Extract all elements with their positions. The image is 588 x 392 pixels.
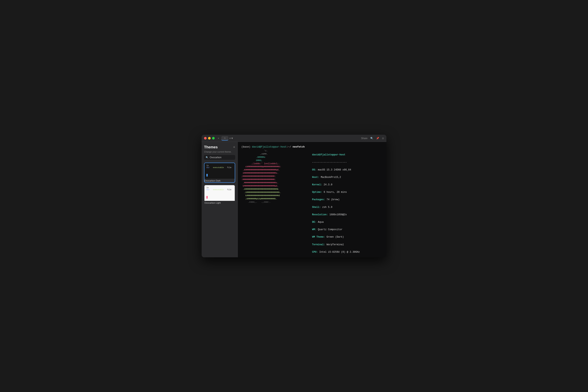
neofetch-command-line: (base) david@fjallstoppur-host:~/ neofet… <box>241 145 383 149</box>
current-tab[interactable]: ~ <box>221 136 228 140</box>
main-content: Themes + Change your current theme. 🔍 ls… <box>202 142 386 257</box>
neofetch-output: 'c. ,xNMM. .OMMMMo OMMO, .;loddo:' looll… <box>241 149 383 257</box>
preview-dir-light: dir <box>206 189 210 191</box>
minimize-button[interactable] <box>208 137 211 140</box>
theme-preview-dark: ls dir executable file <box>204 163 235 179</box>
prompt-prefix: (base) <box>241 146 252 148</box>
theme-name-dark: Oxocarbon Dark <box>204 179 235 182</box>
maximize-button[interactable] <box>212 137 215 140</box>
new-tab-button[interactable]: + ▾ <box>229 136 233 140</box>
prompt-user: david@fjallstoppur-host <box>252 146 287 148</box>
close-icon[interactable]: ✕ <box>217 137 220 140</box>
preview-ls-dark: ls <box>206 165 209 167</box>
titlebar: ✕ ~ + ▾ Share 🔍 📌 ⊙ <box>202 135 386 142</box>
theme-name-light: Oxocarbon Light <box>204 201 235 204</box>
neofetch-cmd: neofetch <box>293 146 305 148</box>
preview-file-light: file <box>227 189 231 191</box>
add-theme-button[interactable]: + <box>233 145 235 149</box>
search-button[interactable]: 🔍 <box>370 137 373 140</box>
sidebar-subtitle: Change your current theme. <box>204 150 235 153</box>
preview-file-dark: file <box>227 167 231 169</box>
tab-area: ~ + ▾ <box>221 136 361 140</box>
preview-dir-dark: dir <box>206 167 210 169</box>
search-icon: 🔍 <box>206 156 208 159</box>
preview-cursor-light <box>206 196 208 198</box>
info-user-host: david@fjallstoppur-host <box>312 154 345 156</box>
sidebar-title: Themes <box>204 145 218 149</box>
titlebar-actions: Share 🔍 📌 ⊙ <box>361 137 384 140</box>
themes-sidebar: Themes + Change your current theme. 🔍 ls… <box>202 142 238 257</box>
share-button[interactable]: Share <box>361 137 368 140</box>
neofetch-art: 'c. ,xNMM. .OMMMMo OMMO, .;loddo:' looll… <box>241 149 294 257</box>
search-input[interactable] <box>210 156 233 159</box>
theme-card-light[interactable]: ls dir executable file Oxocarbon Light <box>204 185 235 205</box>
close-button[interactable] <box>204 137 207 140</box>
sidebar-header: Themes + <box>204 145 235 149</box>
prompt-suffix: :~/ <box>287 146 293 148</box>
preview-cursor-dark <box>206 174 208 176</box>
search-bar[interactable]: 🔍 <box>204 155 235 160</box>
preview-exec-light: executable <box>213 189 224 191</box>
theme-preview-light: ls dir executable file <box>204 185 235 201</box>
preview-ls-light: ls <box>206 187 209 189</box>
theme-card-dark[interactable]: ls dir executable file Oxocarbon Dark <box>204 163 235 183</box>
app-window: ✕ ~ + ▾ Share 🔍 📌 ⊙ Themes + Change your <box>202 135 386 257</box>
neofetch-info: david@fjallstoppur-host ----------------… <box>298 149 373 257</box>
terminal-panel[interactable]: (base) david@fjallstoppur-host:~/ neofet… <box>238 142 386 257</box>
preview-exec-dark: executable <box>213 167 224 169</box>
pin-button[interactable]: 📌 <box>376 137 379 140</box>
more-button[interactable]: ⊙ <box>382 137 384 140</box>
traffic-lights <box>204 137 215 140</box>
